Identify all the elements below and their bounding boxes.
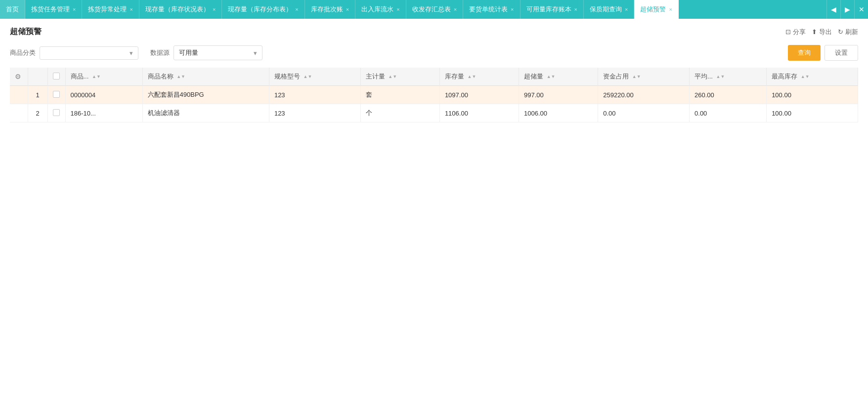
th-spec[interactable]: 规格型号 ▲▼ bbox=[269, 68, 360, 86]
sort-icon-capital[interactable]: ▲▼ bbox=[632, 75, 641, 79]
th-overstock[interactable]: 超储量 ▲▼ bbox=[519, 68, 598, 86]
td-gear-row1 bbox=[10, 86, 28, 104]
nav-item-quality-check[interactable]: 保质期查询 × bbox=[584, 0, 634, 19]
sort-icon-product-name[interactable]: ▲▼ bbox=[176, 75, 185, 79]
query-button[interactable]: 查询 bbox=[788, 45, 821, 61]
nav-item-collect-summary[interactable]: 收发存汇总表 × bbox=[406, 0, 463, 19]
nav-label-inout-flow: 出入库流水 bbox=[361, 5, 393, 14]
nav-close-task-mgmt[interactable]: × bbox=[73, 6, 76, 12]
th-capital[interactable]: 资金占用 ▲▼ bbox=[598, 68, 690, 86]
table-row: 2 186-10... 机油滤清器 123 个 1106.00 1006.00 … bbox=[10, 104, 858, 122]
th-num bbox=[28, 68, 47, 86]
datasource-filter: 数据源 可用量 ▾ bbox=[150, 45, 262, 60]
td-overstock-row1: 997.00 bbox=[519, 86, 598, 104]
nav-arrow-right[interactable]: ▶ bbox=[840, 0, 854, 19]
td-num-row1: 1 bbox=[28, 86, 47, 104]
nav-label-order-stat: 要货单统计表 bbox=[469, 5, 508, 14]
nav-close-overstock-warn[interactable]: × bbox=[669, 6, 672, 12]
refresh-action[interactable]: ↻ 刷新 bbox=[838, 28, 858, 37]
refresh-label: 刷新 bbox=[845, 28, 858, 37]
nav-label-collect-summary: 收发存汇总表 bbox=[412, 5, 451, 14]
th-product-name-label: 商品名称 bbox=[148, 73, 174, 80]
header-actions: ⊡ 分享 ⬆ 导出 ↻ 刷新 bbox=[785, 28, 858, 37]
row-checkbox-row1[interactable] bbox=[53, 91, 60, 98]
sort-icon-overstock[interactable]: ▲▼ bbox=[547, 75, 556, 79]
td-unit-row2: 个 bbox=[360, 104, 439, 122]
setting-button[interactable]: 设置 bbox=[825, 45, 858, 61]
nav-item-stock-batch[interactable]: 库存批次账 × bbox=[305, 0, 355, 19]
category-select[interactable]: ▾ bbox=[40, 46, 138, 60]
page-content: 超储预警 ⊡ 分享 ⬆ 导出 ↻ 刷新 商品分类 ▾ 数据源 bbox=[0, 19, 868, 395]
share-icon: ⊡ bbox=[785, 28, 791, 36]
nav-arrow-left[interactable]: ◀ bbox=[826, 0, 840, 19]
th-stock[interactable]: 库存量 ▲▼ bbox=[439, 68, 519, 86]
export-icon: ⬆ bbox=[812, 28, 817, 36]
gear-icon[interactable]: ⚙ bbox=[15, 73, 21, 80]
td-num-row2: 2 bbox=[28, 104, 47, 122]
category-label: 商品分类 bbox=[10, 48, 36, 57]
nav-item-home[interactable]: 首页 bbox=[0, 0, 25, 19]
th-checkbox[interactable] bbox=[47, 68, 65, 86]
th-product-code[interactable]: 商品... ▲▼ bbox=[65, 68, 142, 86]
sort-icon-stock[interactable]: ▲▼ bbox=[468, 75, 477, 79]
share-label: 分享 bbox=[793, 28, 806, 37]
nav-item-stock-status[interactable]: 现存量（库存状况表） × bbox=[139, 0, 222, 19]
td-checkbox-row1[interactable] bbox=[47, 86, 65, 104]
table-body: 1 0000004 六配套新昌490BPG 123 套 1097.00 997.… bbox=[10, 86, 858, 122]
nav-item-inout-flow[interactable]: 出入库流水 × bbox=[355, 0, 406, 19]
td-spec-row2: 123 bbox=[269, 104, 360, 122]
td-avg-row2: 0.00 bbox=[690, 104, 767, 122]
nav-label-quality-check: 保质期查询 bbox=[590, 5, 622, 14]
td-spec-row1: 123 bbox=[269, 86, 360, 104]
nav-arrow-close[interactable]: ✕ bbox=[854, 0, 868, 19]
nav-close-avail-stock[interactable]: × bbox=[574, 6, 577, 12]
td-capital-row1: 259220.00 bbox=[598, 86, 690, 104]
td-overstock-row2: 1006.00 bbox=[519, 104, 598, 122]
th-unit-label: 主计量 bbox=[366, 73, 385, 80]
th-unit[interactable]: 主计量 ▲▼ bbox=[360, 68, 439, 86]
nav-close-order-stat[interactable]: × bbox=[511, 6, 514, 12]
row-checkbox-row2[interactable] bbox=[53, 109, 60, 116]
nav-close-inout-flow[interactable]: × bbox=[396, 6, 399, 12]
nav-close-stock-dist[interactable]: × bbox=[295, 6, 298, 12]
select-all-checkbox[interactable] bbox=[53, 73, 60, 79]
td-checkbox-row2[interactable] bbox=[47, 104, 65, 122]
nav-close-quality-check[interactable]: × bbox=[625, 6, 628, 12]
th-max-stock[interactable]: 最高库存 ▲▼ bbox=[767, 68, 858, 86]
th-product-name[interactable]: 商品名称 ▲▼ bbox=[142, 68, 269, 86]
nav-item-abnormal[interactable]: 拣货异常处理 × bbox=[82, 0, 139, 19]
table-row: 1 0000004 六配套新昌490BPG 123 套 1097.00 997.… bbox=[10, 86, 858, 104]
nav-close-collect-summary[interactable]: × bbox=[454, 6, 457, 12]
th-overstock-label: 超储量 bbox=[524, 73, 543, 80]
sort-icon-product-code[interactable]: ▲▼ bbox=[92, 75, 101, 79]
sort-icon-spec[interactable]: ▲▼ bbox=[304, 75, 312, 79]
share-action[interactable]: ⊡ 分享 bbox=[785, 28, 806, 37]
table-header: ⚙ 商品... ▲▼ 商品名称 ▲▼ 规格型号 ▲▼ bbox=[10, 68, 858, 86]
nav-item-stock-dist[interactable]: 现存量（库存分布表） × bbox=[222, 0, 304, 19]
td-unit-row1: 套 bbox=[360, 86, 439, 104]
refresh-icon: ↻ bbox=[838, 28, 843, 36]
td-gear-row2 bbox=[10, 104, 28, 122]
sort-icon-avg[interactable]: ▲▼ bbox=[716, 75, 725, 79]
sort-icon-unit[interactable]: ▲▼ bbox=[388, 75, 397, 79]
nav-close-stock-status[interactable]: × bbox=[213, 6, 216, 12]
th-product-code-label: 商品... bbox=[71, 73, 89, 80]
th-avg[interactable]: 平均... ▲▼ bbox=[690, 68, 767, 86]
td-product-name-row1: 六配套新昌490BPG bbox=[142, 86, 269, 104]
export-action[interactable]: ⬆ 导出 bbox=[812, 28, 832, 37]
nav-label-stock-batch: 库存批次账 bbox=[311, 5, 343, 14]
export-label: 导出 bbox=[819, 28, 832, 37]
nav-close-stock-batch[interactable]: × bbox=[346, 6, 349, 12]
nav-close-abnormal[interactable]: × bbox=[130, 6, 132, 12]
filter-row: 商品分类 ▾ 数据源 可用量 ▾ 查询 设置 bbox=[10, 45, 858, 61]
nav-item-task-mgmt[interactable]: 拣货任务管理 × bbox=[25, 0, 82, 19]
nav-item-overstock-warn[interactable]: 超储预警 × bbox=[634, 0, 678, 19]
nav-item-order-stat[interactable]: 要货单统计表 × bbox=[463, 0, 520, 19]
nav-label-abnormal: 拣货异常处理 bbox=[88, 5, 127, 14]
filter-buttons: 查询 设置 bbox=[788, 45, 858, 61]
th-gear[interactable]: ⚙ bbox=[10, 68, 28, 86]
sort-icon-max-stock[interactable]: ▲▼ bbox=[801, 75, 810, 79]
page-title: 超储预警 bbox=[10, 27, 42, 37]
nav-item-avail-stock[interactable]: 可用量库存账本 × bbox=[521, 0, 584, 19]
datasource-select[interactable]: 可用量 ▾ bbox=[174, 45, 262, 60]
